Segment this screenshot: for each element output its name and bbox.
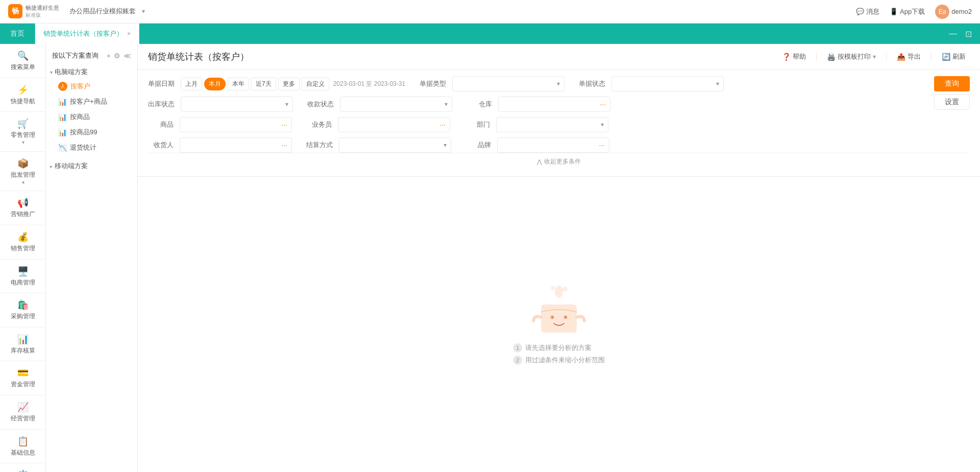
basic-label: 基础信息 — [11, 449, 35, 457]
purchase-label: 采购管理 — [11, 313, 35, 321]
date-label: 单据日期 — [148, 79, 175, 88]
scheme-item-by-goods[interactable]: 📊 按商品 — [46, 109, 137, 125]
message-label: 消息 — [866, 7, 879, 16]
scheme-add-btn[interactable]: + — [107, 52, 111, 60]
template-print-label: 按模板打印 — [838, 52, 871, 61]
brand-select[interactable]: ··· — [497, 137, 609, 153]
date-btn-this-month[interactable]: 本月 — [204, 78, 226, 90]
scheme-settings-btn[interactable]: ⚙ — [114, 52, 120, 60]
bill-status-label: 单据状态 — [579, 79, 605, 88]
svg-point-6 — [551, 316, 553, 318]
tab-home-label: 首页 — [10, 29, 24, 38]
filter-row-1: 单据日期 上月 本月 本年 近7天 更多 自定义 2023-03-01 至 20… — [148, 76, 922, 91]
empty-tip-1: 1 请先选择要分析的方案 — [513, 343, 605, 352]
sidebar-item-system[interactable]: ⚙️ 系统管理 — [0, 463, 45, 472]
settlement-select[interactable]: ▾ — [339, 137, 451, 153]
brand-dots[interactable]: ··· — [599, 141, 605, 149]
payment-status-arrow: ▾ — [445, 101, 448, 108]
tab-home[interactable]: 首页 — [0, 23, 35, 44]
export-btn[interactable]: 📤 导出 — [893, 50, 925, 63]
tab-minimize-btn[interactable]: — — [947, 27, 959, 40]
tab-close-btn[interactable]: × — [127, 30, 131, 37]
export-label: 导出 — [908, 52, 921, 61]
refresh-btn[interactable]: 🔄 刷新 — [938, 50, 970, 63]
date-btn-this-year[interactable]: 本年 — [228, 78, 249, 90]
app-download-btn[interactable]: 📱 App下载 — [890, 7, 925, 16]
warehouse-dots[interactable]: ··· — [600, 100, 606, 108]
svg-point-0 — [555, 286, 563, 298]
sidebar: 🔍 搜索菜单 ⚡ 快捷导航 🛒 零售管理 ▾ 📦 批发管理 ▴ 📢 营销推广 💰… — [0, 44, 46, 472]
bill-type-arrow: ▾ — [557, 80, 560, 87]
recipient-label: 收货人 — [148, 140, 174, 150]
by-goods-label: 按商品 — [70, 112, 90, 122]
message-btn[interactable]: 💬 消息 — [856, 7, 879, 16]
help-btn[interactable]: ❓ 帮助 — [778, 50, 810, 63]
date-btn-custom[interactable]: 自定义 — [302, 78, 329, 90]
date-range: 2023-03-01 至 2023-03-31 — [333, 80, 405, 88]
sidebar-item-sales[interactable]: 💰 销售管理 — [0, 225, 45, 259]
collapse-bar[interactable]: ⋀ 收起更多条件 — [148, 153, 970, 170]
recipient-select[interactable]: ··· — [180, 137, 292, 153]
sidebar-item-quicknav[interactable]: ⚡ 快捷导航 — [0, 78, 45, 112]
goods-select[interactable]: ··· — [180, 117, 292, 132]
salesperson-label: 业务员 — [306, 120, 332, 129]
pc-group-label: 电脑端方案 — [55, 67, 88, 77]
date-btn-more[interactable]: 更多 — [278, 78, 300, 90]
refresh-label: 刷新 — [952, 52, 966, 61]
department-select[interactable]: ▾ — [496, 117, 608, 132]
sidebar-item-wholesale[interactable]: 📦 批发管理 ▴ — [0, 152, 45, 192]
scheme-group-mobile-title[interactable]: ▸ 移动端方案 — [46, 159, 137, 173]
tab-active[interactable]: 销货单统计计表（按客户） × — [35, 23, 139, 44]
sidebar-item-inventory[interactable]: 📊 库存核算 — [0, 327, 45, 362]
scheme-item-return-stats[interactable]: 📉 退货统计 — [46, 140, 137, 155]
scheme-item-by-goods99[interactable]: 📊 按商品99 — [46, 125, 137, 140]
scheme-collapse-btn[interactable]: ≪ — [124, 52, 131, 60]
sidebar-item-finance[interactable]: 💳 资金管理 — [0, 361, 45, 395]
marketing-icon: 📢 — [17, 197, 29, 208]
query-btn[interactable]: 查询 — [934, 76, 970, 91]
user-area[interactable]: Ea demo2 — [935, 5, 972, 19]
sidebar-item-retail[interactable]: 🛒 零售管理 ▾ — [0, 112, 45, 152]
sidebar-search-label: 搜索菜单 — [11, 63, 35, 72]
main-layout: 🔍 搜索菜单 ⚡ 快捷导航 🛒 零售管理 ▾ 📦 批发管理 ▴ 📢 营销推广 💰… — [0, 44, 980, 472]
bill-status-select[interactable]: ▾ — [611, 76, 724, 91]
scheme-group-pc-title[interactable]: ▾ 电脑端方案 — [46, 65, 137, 79]
scheme-group-mobile: ▸ 移动端方案 — [46, 157, 137, 175]
by-goods99-label: 按商品99 — [70, 128, 97, 137]
sidebar-item-search[interactable]: 🔍 搜索菜单 — [0, 44, 45, 78]
scheme-header: 按以下方案查询 + ⚙ ≪ — [46, 48, 137, 63]
ship-status-select[interactable]: ▾ — [181, 97, 293, 112]
scheme-header-icons: + ⚙ ≪ — [107, 52, 131, 60]
sidebar-item-purchase[interactable]: 🛍️ 采购管理 — [0, 293, 45, 327]
bill-type-select[interactable]: ▾ — [452, 76, 565, 91]
template-print-btn[interactable]: 🖨️ 按模板打印 ▾ — [823, 50, 880, 63]
recipient-dots[interactable]: ··· — [281, 141, 287, 149]
date-btn-7days[interactable]: 近7天 — [251, 78, 276, 90]
date-btn-last-month[interactable]: 上月 — [181, 78, 202, 90]
scheme-item-by-customer[interactable]: 人 按客户 — [46, 79, 137, 94]
retail-label: 零售管理 — [11, 131, 35, 139]
salesperson-select[interactable]: ··· — [338, 117, 450, 132]
divider2 — [886, 53, 887, 61]
sidebar-item-ecommerce[interactable]: 🖥️ 电商管理 — [0, 259, 45, 294]
sidebar-item-basic[interactable]: 📋 基础信息 — [0, 430, 45, 464]
payment-status-select[interactable]: ▾ — [340, 97, 452, 112]
scheme-item-customer-goods[interactable]: 📊 按客户+商品 — [46, 94, 137, 109]
app-download-icon: 📱 — [890, 8, 898, 15]
wholesale-arrow: ▴ — [22, 179, 24, 184]
logo-sub: 标准版 — [26, 12, 59, 19]
tab-active-label: 销货单统计计表（按客户） — [43, 29, 123, 38]
return-stats-label: 退货统计 — [70, 143, 96, 152]
scheme-group-pc: ▾ 电脑端方案 人 按客户 📊 按客户+商品 📊 按商品 📊 按商品99 📉 — [46, 63, 137, 157]
tab-restore-btn[interactable]: ⊡ — [963, 27, 974, 41]
sidebar-item-operation[interactable]: 📈 经营管理 — [0, 395, 45, 430]
salesperson-dots[interactable]: ··· — [439, 121, 446, 129]
warehouse-select[interactable]: ··· — [498, 97, 610, 112]
wholesale-label: 批发管理 — [11, 171, 35, 179]
goods-dots[interactable]: ··· — [281, 121, 287, 129]
sidebar-item-marketing[interactable]: 📢 营销推广 — [0, 191, 45, 225]
settings-btn[interactable]: 设置 — [934, 95, 970, 110]
avatar: Ea — [935, 5, 949, 19]
app-title-dropdown[interactable]: ▾ — [142, 8, 145, 15]
ecommerce-label: 电商管理 — [11, 279, 35, 287]
